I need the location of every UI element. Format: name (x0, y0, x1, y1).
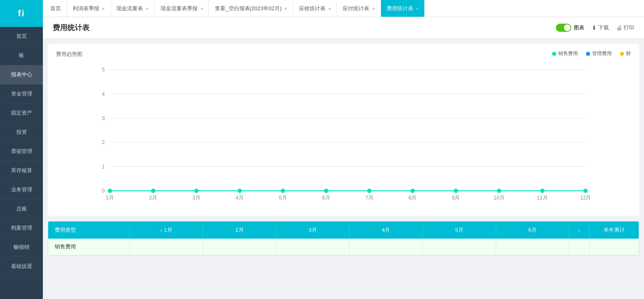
sidebar-item-investment[interactable]: 投资 (0, 123, 43, 142)
svg-text:2月: 2月 (149, 195, 157, 201)
sidebar-item-sales[interactable]: 畅报销 (0, 238, 43, 257)
svg-point-17 (324, 188, 328, 193)
svg-point-20 (454, 188, 458, 193)
nav-prev-arrow[interactable]: ‹ (160, 227, 163, 233)
table-body: 销售费用 (48, 239, 639, 255)
print-icon: 🖨 (616, 24, 622, 31)
tab-receivable[interactable]: 应收统计表 × (293, 0, 337, 17)
tab-bar: 首页 利润表季报 × 现金流量表 × 现金流量表季报 × 查看_空白报表(202… (43, 0, 644, 17)
th-type: 费用类型 (48, 221, 130, 239)
sidebar-item-ticket-mgmt[interactable]: 票据管理 (0, 142, 43, 161)
sidebar-item-archive-mgmt[interactable]: 档案管理 (0, 219, 43, 238)
sidebar-item-ledger[interactable]: 总账 (0, 199, 43, 219)
svg-text:11月: 11月 (537, 195, 548, 201)
svg-point-18 (367, 188, 372, 193)
sidebar-item-inventory[interactable]: 库存核算 (0, 161, 43, 180)
chart-container: 5 4 3 2 1 0 (56, 61, 631, 208)
tab-blank-report[interactable]: 查看_空白报表(2023年02月) × (209, 0, 293, 17)
sidebar-logo: fi (0, 0, 43, 27)
legend-admin: 管理费用 (586, 50, 612, 57)
svg-text:3月: 3月 (192, 195, 201, 201)
chart-legend: 销售费用 管理费用 财 (552, 50, 631, 57)
tab-payable[interactable]: 应付统计表 × (337, 0, 381, 17)
td-m5 (423, 239, 496, 255)
tab-blank-report-close[interactable]: × (285, 6, 287, 11)
main-area: 首页 利润表季报 × 现金流量表 × 现金流量表季报 × 查看_空白报表(202… (43, 0, 644, 299)
tab-expense-close[interactable]: × (416, 6, 419, 11)
download-button[interactable]: ⬇ 下载 (592, 24, 609, 31)
table-header: 费用类型 ‹ 1月 2月 3月 4月 5月 (48, 221, 639, 239)
th-ytd: 本年累计 (590, 221, 639, 239)
sidebar-nav: 首页 账 报表中心 资金管理 固定资产 投资 票据管理 库存核算 业务管理 总账… (0, 27, 43, 299)
sidebar: fi 首页 账 报表中心 资金管理 固定资产 投资 票据管理 库存核算 业务管理… (0, 0, 43, 299)
table-row: 销售费用 (48, 239, 639, 255)
chart-section: 费用趋势图 销售费用 管理费用 财 (48, 44, 639, 216)
sidebar-item-home[interactable]: 首页 (0, 27, 43, 46)
sidebar-item-service-mgmt[interactable]: 业务管理 (0, 180, 43, 199)
td-m4 (350, 239, 423, 255)
svg-point-23 (584, 188, 588, 193)
legend-sales: 销售费用 (552, 50, 578, 57)
th-month6: 6月 (496, 221, 569, 239)
svg-text:5月: 5月 (279, 195, 287, 201)
svg-text:10月: 10月 (494, 195, 505, 201)
td-m3 (276, 239, 350, 255)
sidebar-item-fixed-assets[interactable]: 固定资产 (0, 104, 43, 123)
legend-finance: 财 (620, 50, 631, 57)
td-m1 (130, 239, 203, 255)
sidebar-item-settings[interactable]: 基础设置 (0, 257, 43, 276)
chart-title: 费用趋势图 (56, 51, 82, 58)
sidebar-item-fund-mgmt[interactable]: 资金管理 (0, 84, 43, 104)
chart-toggle-label: 图表 (574, 24, 584, 31)
tab-cashflow-quarterly-close[interactable]: × (201, 6, 203, 11)
print-label: 打印 (624, 24, 634, 31)
td-m6 (496, 239, 569, 255)
sidebar-item-account[interactable]: 账 (0, 46, 43, 65)
tab-expense[interactable]: 费用统计表 × (381, 0, 425, 17)
th-month5-label: 5月 (455, 226, 463, 234)
tab-payable-close[interactable]: × (372, 6, 374, 11)
svg-point-14 (194, 188, 199, 193)
tab-profit-quarterly[interactable]: 利润表季报 × (67, 0, 111, 17)
legend-admin-label: 管理费用 (592, 50, 612, 57)
svg-text:4: 4 (102, 91, 105, 97)
tab-cashflow[interactable]: 现金流量表 × (111, 0, 154, 17)
svg-point-19 (410, 188, 415, 193)
svg-text:9月: 9月 (452, 195, 460, 201)
chart-toggle[interactable] (556, 24, 571, 32)
tab-home-label: 首页 (50, 5, 61, 12)
tab-blank-report-label: 查看_空白报表(2023年02月) (215, 5, 281, 12)
print-button[interactable]: 🖨 打印 (616, 24, 634, 31)
sidebar-item-report-center[interactable]: 报表中心 (0, 65, 43, 84)
download-icon: ⬇ (592, 24, 597, 31)
svg-point-12 (108, 188, 112, 193)
tab-cashflow-quarterly[interactable]: 现金流量表季报 × (155, 0, 209, 17)
page-header: 费用统计表 图表 ⬇ 下载 🖨 打印 (43, 17, 644, 39)
svg-text:6月: 6月 (322, 195, 330, 201)
tab-profit-quarterly-close[interactable]: × (102, 6, 105, 11)
svg-point-21 (497, 188, 501, 193)
td-type: 销售费用 (48, 239, 130, 255)
page-title: 费用统计表 (53, 23, 89, 33)
svg-text:3: 3 (102, 115, 105, 121)
th-month5: 5月 (423, 221, 496, 239)
svg-text:2: 2 (102, 140, 105, 145)
legend-sales-dot (552, 52, 556, 56)
tab-cashflow-label: 现金流量表 (116, 5, 143, 12)
content-area: 费用统计表 图表 ⬇ 下载 🖨 打印 费用趋势图 (43, 17, 644, 299)
tab-cashflow-quarterly-label: 现金流量表季报 (160, 5, 198, 12)
svg-text:8月: 8月 (408, 195, 417, 201)
th-month3: 3月 (276, 221, 350, 239)
chart-toggle-wrap: 图表 (556, 24, 584, 32)
tab-receivable-close[interactable]: × (328, 6, 331, 11)
svg-text:4月: 4月 (236, 195, 244, 201)
expense-table: 费用类型 ‹ 1月 2月 3月 4月 5月 (48, 221, 639, 256)
th-month1: ‹ 1月 (130, 221, 203, 239)
svg-text:1: 1 (102, 164, 105, 170)
nav-next-arrow[interactable]: › (578, 227, 580, 233)
tab-cashflow-close[interactable]: × (146, 6, 148, 11)
svg-text:12月: 12月 (580, 195, 591, 201)
tab-home[interactable]: 首页 (45, 0, 67, 17)
tab-payable-label: 应付统计表 (343, 5, 369, 12)
th-month2: 2月 (203, 221, 276, 239)
